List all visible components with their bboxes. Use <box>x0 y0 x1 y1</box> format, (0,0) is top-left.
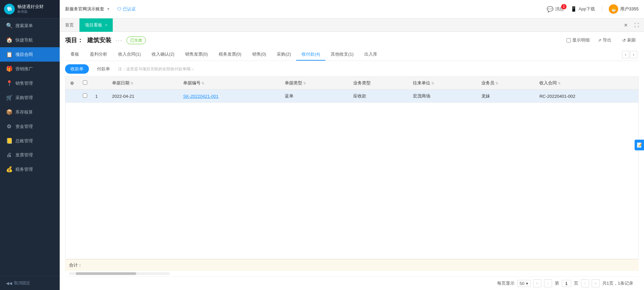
show-detail-label: 显示明细 <box>572 37 590 43</box>
num-col-header <box>91 77 108 90</box>
date-sort-icon: ⇅ <box>130 81 133 85</box>
date-col-header[interactable]: 单据日期 ⇅ <box>108 77 179 90</box>
sidebar-item-capital[interactable]: ⚙ 资金管理 <box>0 119 60 134</box>
tab-project-board-label: 项目看板 <box>85 22 102 28</box>
settings-col-header[interactable]: ⚙ <box>65 77 79 90</box>
select-all-checkbox[interactable] <box>83 80 87 85</box>
sub-tabs-arrows: ‹ › <box>622 51 639 58</box>
topbar-cert: 🛡 已认证 <box>117 6 136 12</box>
row-code-link[interactable]: SK-20220421-001 <box>183 94 219 99</box>
sub-tab-tax-invoice[interactable]: 税务发票(0) <box>213 49 247 61</box>
table-row[interactable]: 1 2022-04-21 SK-20220421-001 蓝单 <box>65 90 638 103</box>
sidebar-item-label: 搜索菜单 <box>15 23 33 29</box>
export-label: 导出 <box>603 37 611 43</box>
income-contract-col-header[interactable]: 收入合同 ⇅ <box>535 77 638 90</box>
refresh-button[interactable]: ↺ 刷新 <box>620 36 639 45</box>
maximize-window-button[interactable]: ⛶ <box>632 20 641 30</box>
scrollbar-thumb[interactable] <box>76 272 136 275</box>
project-more-icon[interactable]: ··· <box>115 37 122 44</box>
sidebar-item-marketing[interactable]: 🎁 营销推广 <box>0 62 60 76</box>
inner-tab-note: 注：这里是与项目关联的全部收付款单哦～ <box>118 66 195 72</box>
topbar-project[interactable]: 新服务官网演示账套 ▼ <box>65 6 110 12</box>
row-code-cell: SK-20220421-001 <box>179 90 281 103</box>
page-content: 项目： 建筑安装 ··· 已生效 显示明细 ↗ 导出 ↺ 刷新 <box>60 32 644 290</box>
sidebar-scroll: 🔍 搜索菜单 🏠 快捷导航 📋 项目合同 🎁 营销推广 📍 销售管理 🛒 采购管… <box>0 18 60 276</box>
page-input[interactable] <box>562 280 571 287</box>
project-header: 项目： 建筑安装 ··· 已生效 显示明细 ↗ 导出 ↺ 刷新 <box>65 36 639 45</box>
sidebar-item-inventory[interactable]: 📦 库存核算 <box>0 105 60 119</box>
salesman-sort-icon: ⇅ <box>495 81 498 85</box>
pin-icon: 📍 <box>6 80 12 86</box>
sidebar: 畅 畅捷通好业财 标准版 🔍 搜索菜单 🏠 快捷导航 📋 项目合同 🎁 营销推广… <box>0 0 60 290</box>
topbar-user[interactable]: 🐣 用户3355 <box>609 4 639 14</box>
detail-checkbox-input[interactable] <box>567 38 571 43</box>
app-download-label: App下载 <box>579 6 595 12</box>
sub-tab-purchase[interactable]: 采购(2) <box>271 49 296 61</box>
cert-label: 已认证 <box>123 6 136 12</box>
inner-tab-collection[interactable]: 收款单 <box>65 64 89 74</box>
sidebar-item-search[interactable]: 🔍 搜索菜单 <box>0 18 60 33</box>
code-col-header[interactable]: 单据编号 ⇅ <box>179 77 281 90</box>
sub-tabs-next-arrow[interactable]: › <box>630 51 637 58</box>
salesman-col-header[interactable]: 业务员 ⇅ <box>477 77 535 90</box>
checkbox-col-header <box>79 77 91 90</box>
next-page-button[interactable]: › <box>581 279 589 287</box>
type-col-header[interactable]: 单据类型 ⇅ <box>281 77 349 90</box>
sidebar-item-label: 税务管理 <box>15 166 33 172</box>
tab-home[interactable]: 首页 <box>60 18 79 32</box>
sub-tab-profit[interactable]: 盈利分析 <box>85 49 113 61</box>
page-label-text: 第 <box>555 280 559 286</box>
show-detail-checkbox[interactable]: 显示明细 <box>567 37 590 43</box>
sidebar-item-purchase[interactable]: 🛒 采购管理 <box>0 90 60 105</box>
right-side-panel-button[interactable]: 📝 <box>635 140 644 150</box>
last-page-button[interactable]: » <box>592 279 600 287</box>
sidebar-item-tax[interactable]: 💰 税务管理 <box>0 162 60 176</box>
data-table-wrapper: ⚙ 单据日期 ⇅ <box>65 76 639 259</box>
refresh-label: 刷新 <box>627 37 636 43</box>
export-icon: ↗ <box>598 38 601 43</box>
sidebar-unpin[interactable]: ◀◀ 取消固定 <box>0 276 60 290</box>
sub-tab-income-confirm[interactable]: 收入确认(2) <box>146 49 180 61</box>
collection-tab-label: 收款单 <box>70 66 84 71</box>
dropdown-arrow-icon: ▼ <box>106 7 110 11</box>
row-salesman-cell: 龙妹 <box>477 90 535 103</box>
sidebar-item-label: 资金管理 <box>15 124 33 130</box>
sub-tab-other-income[interactable]: 其他收支(1) <box>325 49 359 61</box>
inner-tab-payment[interactable]: 付款单 <box>92 64 115 74</box>
sub-tab-sales-invoice[interactable]: 销售发票(0) <box>180 49 213 61</box>
sub-tab-kanban[interactable]: 看板 <box>65 49 85 61</box>
sidebar-item-invoice[interactable]: 🖨 发票管理 <box>0 148 60 162</box>
project-label-text: 项目： <box>65 36 83 44</box>
sub-tab-income-contract[interactable]: 收入合同(1) <box>113 49 146 61</box>
topbar-app-download[interactable]: 📱 App下载 <box>571 6 595 12</box>
page-end-label: 页 <box>574 280 578 286</box>
row-checkbox[interactable] <box>83 93 87 98</box>
per-page-select[interactable]: 50 ▾ <box>517 280 530 287</box>
row-checkbox-cell <box>79 90 91 103</box>
content-area: 首页 项目看板 × ✕ ⛶ 项目： 建筑安装 ··· 已生效 <box>60 18 644 290</box>
tab-project-board[interactable]: 项目看板 × <box>79 18 113 32</box>
first-page-button[interactable]: « <box>533 279 541 287</box>
sub-tab-sales[interactable]: 销售(0) <box>247 49 272 61</box>
row-type-cell: 蓝单 <box>281 90 349 103</box>
tab-close-icon[interactable]: × <box>105 23 107 27</box>
sidebar-item-contract[interactable]: 📋 项目合同 <box>0 47 60 62</box>
sidebar-item-ledger[interactable]: 📒 总账管理 <box>0 134 60 148</box>
close-window-button[interactable]: ✕ <box>621 20 631 30</box>
partner-col-header[interactable]: 往来单位 ⇅ <box>409 77 477 90</box>
row-income-contract-cell: RC-20220401-002 <box>535 90 638 103</box>
sidebar-item-quicknav[interactable]: 🏠 快捷导航 <box>0 33 60 47</box>
row-partner-cell: 宏茂商场 <box>409 90 477 103</box>
sub-tab-warehouse[interactable]: 出入库 <box>359 49 383 61</box>
sidebar-item-label: 销售管理 <box>15 80 33 86</box>
export-button[interactable]: ↗ 导出 <box>595 36 614 45</box>
sub-tab-collection[interactable]: 收付款(4) <box>296 49 325 61</box>
prev-page-button[interactable]: ‹ <box>544 279 552 287</box>
topbar-messages[interactable]: 💬 消息 1 <box>547 6 564 12</box>
sub-tabs-prev-arrow[interactable]: ‹ <box>622 51 629 58</box>
horizontal-scrollbar[interactable] <box>69 272 170 275</box>
sidebar-item-sales[interactable]: 📍 销售管理 <box>0 76 60 90</box>
contract-icon: 📋 <box>6 51 12 58</box>
app-version: 标准版 <box>17 9 44 14</box>
table-footer: 合计： <box>65 259 639 271</box>
